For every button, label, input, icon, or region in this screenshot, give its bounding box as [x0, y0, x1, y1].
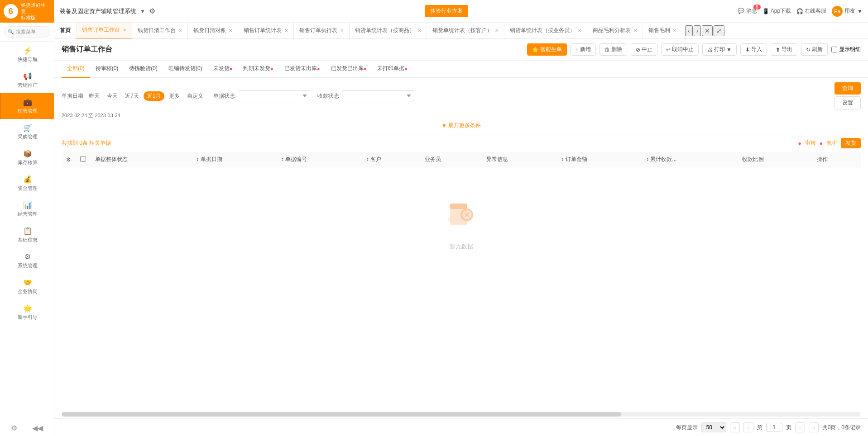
page-prev-btn[interactable]: ‹ [743, 422, 753, 432]
filter-tab-not-printed[interactable]: 未打印单据● [372, 61, 413, 78]
user-menu[interactable]: Ea 用友 ▼ [832, 6, 863, 17]
tab-close-icon[interactable]: ✕ [229, 28, 232, 33]
tab-close-icon[interactable]: ✕ [284, 28, 288, 33]
tab-gross-profit[interactable]: 商品毛利分析表 ✕ [587, 23, 643, 39]
sidebar-item-label: 销售管理 [18, 108, 38, 114]
show-details-input[interactable] [831, 47, 837, 52]
expand-btn[interactable]: ▼ 展开更多条件 [441, 122, 481, 129]
sidebar-item-purchase[interactable]: 🛒 采购管理 [0, 119, 54, 145]
filter-tab-wangpu[interactable]: 旺铺待发货(0) [163, 61, 208, 78]
date-today-btn[interactable]: 今天 [104, 91, 120, 101]
date-custom-btn[interactable]: 自定义 [184, 91, 206, 101]
sidebar-item-quick-nav[interactable]: ⚡ 快捷导航 [0, 42, 54, 67]
tab-close-icon[interactable]: ✕ [633, 28, 637, 33]
app-download-btn[interactable]: 📱 App下载 [762, 7, 791, 15]
search-menu-btn[interactable]: 🔍 搜索菜单 [4, 26, 50, 38]
show-details-checkbox[interactable]: 显示明细 [831, 46, 861, 53]
add-btn[interactable]: + 新增 [571, 43, 596, 56]
select-all-checkbox[interactable] [80, 156, 86, 162]
smart-create-btn[interactable]: ⭐ 智能生单 [527, 43, 567, 56]
cancel-btn[interactable]: 充审 [826, 139, 837, 147]
payment-select[interactable] [342, 90, 414, 101]
settings-col[interactable]: ⚙ [62, 152, 76, 167]
tab-close-icon[interactable]: ✕ [495, 28, 499, 33]
message-btn[interactable]: 💬 6 消息 [738, 7, 757, 15]
tab-sales-profit[interactable]: 销售毛利 ✕ [643, 23, 682, 39]
tab-sales-stat[interactable]: 销售订单统计表 ✕ [238, 23, 294, 39]
setting-btn[interactable]: 设置 [834, 96, 861, 109]
filter-tab-pending-review[interactable]: 待审核(0) [90, 61, 124, 78]
tab-close-icon[interactable]: ✕ [340, 28, 344, 33]
cancel-stop-btn[interactable]: ↩ 取消中止 [661, 43, 699, 56]
tab-close-icon[interactable]: ✕ [178, 28, 182, 33]
system-dropdown[interactable]: ▼ [140, 8, 145, 14]
page-input[interactable] [766, 423, 782, 432]
sidebar-item-guide[interactable]: 🌟 新手引导 [0, 299, 54, 325]
sidebar-settings-btn[interactable]: ⚙ [11, 424, 17, 432]
online-service-btn[interactable]: 🎧 在线客服 [796, 7, 826, 15]
export-btn[interactable]: ⬆ 导出 [771, 43, 797, 56]
tab-next-btn[interactable]: › [694, 25, 701, 36]
page-first-btn[interactable]: « [730, 422, 740, 432]
sidebar-item-enterprise[interactable]: 🤝 企业协同 [0, 274, 54, 299]
date-more-btn[interactable]: 更多 [166, 91, 182, 101]
sidebar-item-operation[interactable]: 📊 经营管理 [0, 196, 54, 222]
query-btn[interactable]: 查询 [834, 82, 861, 95]
tab-sales-stat-staff[interactable]: 销货单统计表（按业务员） ✕ [504, 23, 587, 39]
tab-close-all-btn[interactable]: ✕ [702, 25, 713, 36]
settings-icon[interactable]: ⚙ [66, 156, 71, 163]
topbar-settings-icon[interactable]: ⚙ [149, 7, 155, 15]
page-last-btn[interactable]: » [809, 422, 819, 432]
tab-label: 销售订单工作台 [82, 26, 120, 34]
sidebar-item-sales[interactable]: 💼 销售管理 [0, 93, 54, 119]
col-date[interactable]: ↕ 单据日期 [192, 152, 277, 167]
tab-close-icon[interactable]: ✕ [673, 28, 676, 33]
date-7days-btn[interactable]: 近7天 [122, 91, 142, 101]
refresh-btn[interactable]: ↻ 刷新 [801, 43, 828, 56]
status-select[interactable] [238, 90, 310, 101]
tab-sales-stat-customer[interactable]: 销货单统计表（按客户） ✕ [427, 23, 504, 39]
sidebar-item-base-info[interactable]: 📋 基础信息 [0, 222, 54, 248]
import-btn[interactable]: ⬇ 导入 [740, 43, 767, 56]
ship-btn[interactable]: 发货 [841, 138, 861, 148]
sidebar-item-system[interactable]: ⚙ 系统管理 [0, 248, 54, 274]
tab-close-icon[interactable]: ✕ [417, 28, 421, 33]
horizontal-scrollbar[interactable] [54, 410, 868, 418]
sidebar-collapse-btn[interactable]: ◀◀ [32, 424, 43, 432]
sidebar-item-inventory[interactable]: 📦 库存核算 [0, 145, 54, 171]
tab-close-icon[interactable]: ✕ [123, 28, 126, 33]
filter-tab-shipped-not-out[interactable]: 已发货未出库● [279, 61, 326, 78]
tab-cash-reconcile[interactable]: 钱货日清对账 ✕ [188, 23, 238, 39]
sidebar-search[interactable]: 🔍 搜索菜单 [0, 23, 54, 42]
tab-cash-daily[interactable]: 钱货日清工作台 ✕ [132, 23, 188, 39]
filter-tab-not-shipped[interactable]: 未发货● [208, 61, 238, 78]
tab-sales-stat-product[interactable]: 销货单统计表（按商品） ✕ [350, 23, 427, 39]
page-next-btn[interactable]: › [795, 422, 805, 432]
date-1month-btn[interactable]: 近1月 [144, 91, 165, 101]
review-btn[interactable]: 审核 [805, 139, 816, 147]
checkbox-col[interactable] [76, 152, 91, 167]
tab-sales-workbench[interactable]: 销售订单工作台 ✕ [77, 23, 132, 39]
tab-home[interactable]: 首页 [54, 23, 77, 39]
print-btn[interactable]: 🖨 打印 ▼ [702, 43, 737, 56]
tab-sales-exec[interactable]: 销售订单执行表 ✕ [294, 23, 350, 39]
per-page-select[interactable]: 50 10 20 100 [701, 422, 726, 432]
stop-btn[interactable]: ⊘ 中止 [631, 43, 657, 56]
expand-row: ▼ 展开更多条件 [62, 122, 861, 129]
filter-tab-pending-check[interactable]: 待拣验货(0) [124, 61, 163, 78]
industry-btn[interactable]: 体验行业方案 [425, 5, 468, 17]
filter-tab-shipped-out[interactable]: 已发货已出库● [326, 61, 372, 78]
tab-maximize-btn[interactable]: ⤢ [714, 25, 724, 36]
filter-tab-overdue-ship[interactable]: 到期未发货● [238, 61, 279, 78]
col-amount[interactable]: ↕ 订单金额 [556, 152, 642, 167]
filter-tab-all[interactable]: 全部(0) [62, 61, 90, 78]
tab-prev-btn[interactable]: ‹ [685, 25, 693, 36]
col-number[interactable]: ↕ 单据编号 [277, 152, 362, 167]
col-collected[interactable]: ↕ 累计收款... [642, 152, 738, 167]
col-customer[interactable]: ↕ 客户 [362, 152, 420, 167]
sidebar-item-finance[interactable]: 💰 资金管理 [0, 171, 54, 196]
sidebar-item-marketing[interactable]: 📢 营销推广 [0, 67, 54, 93]
tab-close-icon[interactable]: ✕ [578, 28, 581, 33]
date-yesterday-btn[interactable]: 昨天 [86, 91, 102, 101]
delete-btn[interactable]: 🗑 删除 [599, 43, 627, 56]
